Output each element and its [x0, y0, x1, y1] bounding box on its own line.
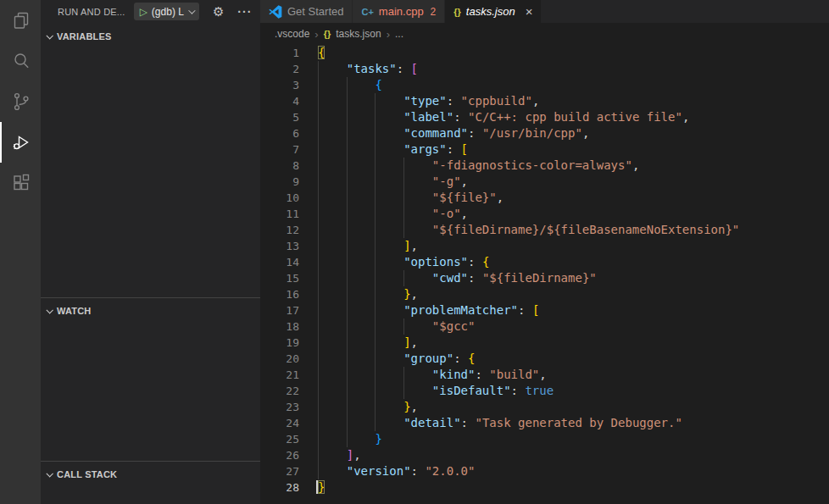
- indent-guide: [347, 415, 348, 431]
- breadcrumb-symbol[interactable]: ...: [395, 28, 403, 40]
- code-line-4[interactable]: 4 "type": "cppbuild",: [260, 93, 829, 109]
- indent-guide: [375, 383, 376, 399]
- extensions-icon[interactable]: [0, 163, 41, 203]
- code-line-23[interactable]: 23 },: [260, 399, 829, 415]
- code-line-8[interactable]: 8 "-fdiagnostics-color=always",: [260, 158, 829, 174]
- token: :: [511, 384, 526, 397]
- code-line-14[interactable]: 14 "options": {: [260, 254, 829, 270]
- search-icon[interactable]: [0, 41, 41, 81]
- token: "version": [347, 464, 411, 478]
- debug-start-icon[interactable]: ▷: [140, 7, 147, 17]
- line-number: 18: [260, 318, 299, 335]
- line-number: 20: [260, 351, 299, 367]
- watch-section-header[interactable]: WATCH: [41, 302, 260, 320]
- indent-guide: [318, 206, 319, 222]
- code-line-22[interactable]: 22 "isDefault": true: [260, 383, 829, 399]
- line-number: 26: [260, 447, 299, 463]
- token: "${fileDirname}": [482, 271, 597, 285]
- code-line-15[interactable]: 15 "cwd": "${fileDirname}": [260, 270, 829, 286]
- breadcrumb-separator-icon: ›: [387, 28, 390, 41]
- indent-guide: [318, 431, 319, 447]
- token: {: [468, 352, 475, 365]
- code-line-17[interactable]: 17 "problemMatcher": [: [260, 302, 829, 318]
- token: ,: [353, 448, 360, 462]
- chevron-down-icon: [46, 470, 53, 477]
- token: [318, 303, 403, 317]
- code-line-6[interactable]: 6 "command": "/usr/bin/cpp",: [260, 125, 829, 141]
- code-line-7[interactable]: 7 "args": [: [260, 141, 829, 158]
- line-text: "-fdiagnostics-color=always",: [318, 158, 639, 174]
- call-stack-section: CALL STACK: [41, 461, 260, 504]
- run-and-debug-icon[interactable]: [0, 122, 41, 163]
- token: ,: [497, 191, 504, 204]
- token: "Task generated by Debugger.": [475, 416, 682, 429]
- token: "-fdiagnostics-color=always": [432, 158, 632, 172]
- more-actions-icon[interactable]: ···: [237, 5, 252, 19]
- close-icon[interactable]: ×: [526, 4, 533, 19]
- code-line-27[interactable]: 27 "version": "2.0.0": [260, 463, 829, 479]
- code-line-13[interactable]: 13 ],: [260, 238, 829, 254]
- code-line-9[interactable]: 9 "-g",: [260, 174, 829, 190]
- code-line-19[interactable]: 19 ],: [260, 335, 829, 351]
- code-line-11[interactable]: 11 "-o",: [260, 206, 829, 222]
- line-number: 8: [260, 158, 299, 174]
- section-title: CALL STACK: [57, 469, 117, 479]
- debug-launch-config-dropdown[interactable]: ▷ (gdb) L: [134, 3, 199, 20]
- line-number: 23: [260, 399, 299, 415]
- token: ,: [411, 239, 418, 252]
- code-line-3[interactable]: 3 {: [260, 77, 829, 93]
- code-line-21[interactable]: 21 "kind": "build",: [260, 367, 829, 383]
- tab-tasks-json[interactable]: {} tasks.json ×: [445, 0, 542, 23]
- breadcrumb-folder[interactable]: .vscode: [275, 28, 309, 40]
- code-line-16[interactable]: 16 },: [260, 286, 829, 302]
- code-line-5[interactable]: 5 "label": "C/C++: cpp build active file…: [260, 109, 829, 125]
- token: :: [468, 271, 482, 285]
- code-line-2[interactable]: 2 "tasks": [: [260, 61, 829, 77]
- indent-guide: [318, 318, 319, 335]
- code-area[interactable]: 1{2 "tasks": [3 {4 "type": "cppbuild",5 …: [260, 45, 829, 504]
- indent-guide: [318, 109, 319, 125]
- indent-guide: [318, 141, 319, 158]
- section-title: WATCH: [57, 306, 92, 316]
- indent-guide: [347, 254, 348, 270]
- tab-main-cpp[interactable]: C+ main.cpp 2: [353, 0, 445, 23]
- line-text: },: [318, 286, 418, 302]
- variables-section-header[interactable]: VARIABLES: [41, 27, 260, 46]
- tab-label: main.cpp: [379, 5, 424, 18]
- explorer-icon[interactable]: [0, 0, 41, 41]
- line-text: }: [318, 479, 325, 496]
- gear-icon[interactable]: ⚙: [213, 4, 224, 19]
- code-line-18[interactable]: 18 "$gcc": [260, 318, 829, 335]
- indent-guide: [347, 367, 348, 383]
- code-line-25[interactable]: 25 }: [260, 431, 829, 447]
- line-number: 21: [260, 367, 299, 383]
- token: "${fileDirname}/${fileBasenameNoExtensio…: [432, 223, 739, 236]
- line-text: ],: [318, 238, 418, 254]
- breadcrumb-file[interactable]: tasks.json: [336, 28, 381, 40]
- indent-guide: [403, 190, 404, 206]
- breadcrumb-separator-icon: ›: [314, 28, 318, 41]
- code-line-28[interactable]: 28}: [260, 479, 829, 496]
- indent-guide: [375, 254, 376, 270]
- activity-bar: [0, 0, 41, 504]
- token: ,: [461, 207, 468, 220]
- indent-guide: [347, 141, 348, 158]
- code-line-20[interactable]: 20 "group": {: [260, 351, 829, 367]
- call-stack-section-header[interactable]: CALL STACK: [41, 465, 260, 484]
- code-line-24[interactable]: 24 "detail": "Task generated by Debugger…: [260, 415, 829, 431]
- tab-get-started[interactable]: Get Started: [260, 0, 353, 23]
- vscode-logo-icon: [269, 5, 282, 19]
- code-line-12[interactable]: 12 "${fileDirname}/${fileBasenameNoExten…: [260, 222, 829, 238]
- code-line-10[interactable]: 10 "${file}",: [260, 190, 829, 206]
- line-text: "problemMatcher": [: [318, 302, 539, 318]
- line-text: ],: [318, 447, 361, 463]
- line-text: "label": "C/C++: cpp build active file",: [318, 109, 689, 125]
- code-line-1[interactable]: 1{: [260, 45, 829, 61]
- token: :: [447, 142, 461, 156]
- indent-guide: [403, 367, 404, 383]
- line-number: 25: [260, 431, 299, 447]
- line-number: 17: [260, 302, 299, 318]
- source-control-icon[interactable]: [0, 81, 41, 122]
- code-line-26[interactable]: 26 ],: [260, 447, 829, 463]
- cpp-file-icon: C+: [361, 7, 373, 17]
